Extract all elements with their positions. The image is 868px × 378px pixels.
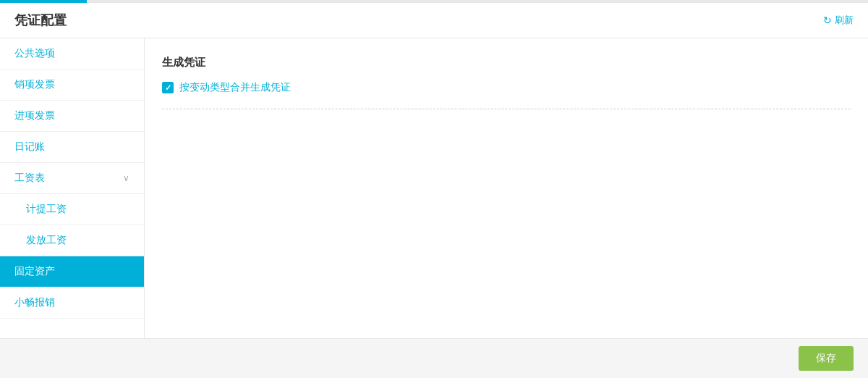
- refresh-icon: ↻: [823, 14, 832, 26]
- sidebar-item-purchase-invoice[interactable]: 进项发票: [0, 101, 144, 132]
- section-title: 生成凭证: [162, 56, 851, 70]
- sidebar-item-label: 销项发票: [14, 78, 55, 91]
- sidebar-item-fixed-assets[interactable]: 固定资产: [0, 256, 144, 287]
- refresh-label: 刷新: [835, 14, 854, 27]
- checkbox-row: 按变动类型合并生成凭证: [162, 81, 851, 94]
- header: 凭证配置 ↻ 刷新: [0, 3, 868, 38]
- sidebar-item-expense-reimbursement[interactable]: 小畅报销: [0, 287, 144, 319]
- sidebar-item-payroll-table[interactable]: 工资表∨: [0, 163, 144, 194]
- sidebar-item-label: 公共选项: [14, 47, 55, 60]
- section-divider: [162, 109, 851, 109]
- sidebar-item-payroll-distribution[interactable]: 发放工资: [0, 225, 144, 256]
- merge-checkbox[interactable]: [162, 82, 174, 93]
- sidebar-item-label: 进项发票: [14, 109, 55, 122]
- sidebar-item-label: 工资表: [14, 172, 45, 185]
- sidebar-item-label: 发放工资: [26, 234, 67, 247]
- sidebar: 公共选项销项发票进项发票日记账工资表∨计提工资发放工资固定资产小畅报销: [0, 38, 145, 338]
- sidebar-item-label: 固定资产: [14, 265, 55, 278]
- page-wrapper: 凭证配置 ↻ 刷新 公共选项销项发票进项发票日记账工资表∨计提工资发放工资固定资…: [0, 0, 868, 378]
- chevron-down-icon: ∨: [123, 173, 129, 183]
- sidebar-item-label: 计提工资: [26, 203, 67, 216]
- top-bar-active: [0, 0, 87, 3]
- content-area: 生成凭证 按变动类型合并生成凭证: [145, 38, 868, 338]
- sidebar-item-label: 日记账: [14, 140, 45, 154]
- top-bar: [0, 0, 868, 3]
- refresh-button[interactable]: ↻ 刷新: [823, 14, 854, 27]
- page-title: 凭证配置: [14, 12, 67, 29]
- sidebar-item-public-options[interactable]: 公共选项: [0, 38, 144, 70]
- merge-checkbox-label[interactable]: 按变动类型合并生成凭证: [179, 81, 291, 94]
- sidebar-item-sales-invoice[interactable]: 销项发票: [0, 70, 144, 101]
- main-content: 公共选项销项发票进项发票日记账工资表∨计提工资发放工资固定资产小畅报销 生成凭证…: [0, 38, 868, 338]
- sidebar-item-journal[interactable]: 日记账: [0, 132, 144, 163]
- save-button[interactable]: 保存: [799, 346, 854, 371]
- footer: 保存: [0, 338, 868, 378]
- sidebar-item-label: 小畅报销: [14, 296, 55, 309]
- sidebar-item-payroll-accrual[interactable]: 计提工资: [0, 194, 144, 225]
